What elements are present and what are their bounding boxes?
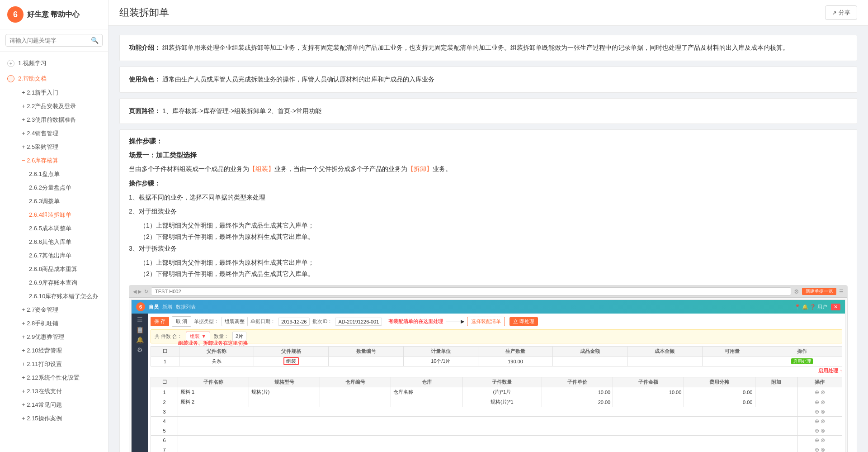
sim-pieces-label: 共 件数 合： (155, 333, 182, 340)
table-row: 6 ⊕ ⊗ (151, 436, 842, 445)
th-parent-name: 父件名称 (179, 347, 254, 357)
row-ops-icons-2[interactable]: ⊕ ⊗ (815, 399, 825, 405)
main-header: 组装拆卸单 ↗ 分享 (108, 0, 868, 26)
th-available-qty: 可用量 (702, 347, 762, 357)
sim-app-name: 自员 (149, 304, 159, 310)
sidebar-item-2-6-3[interactable]: 2.6.3调拨单 (7, 195, 108, 208)
sim-table2-container: ☐ 子件名称 规格型号 仓库编号 仓库 子件数量 子件单价 子件金额 (151, 377, 842, 452)
sim-count-label: 数量： (214, 333, 229, 340)
intro-text: 功能介绍： 组装拆卸单用来处理企业组装或拆卸等加工业务，支持有固定装配清单的产品… (129, 43, 848, 53)
sim-table2: ☐ 子件名称 规格型号 仓库编号 仓库 子件数量 子件单价 子件金额 (151, 377, 842, 452)
sim-app-section-list: 数据列表 (176, 304, 196, 310)
th-checkbox: ☐ (151, 347, 179, 357)
sidebar-item-payment[interactable]: + 2.13在线支付 (4, 385, 108, 398)
sidebar-item-ops-mgmt[interactable]: + 2.10经营管理 (4, 344, 108, 357)
sidebar-item-2-6-1[interactable]: 2.6.1盘点单 (7, 167, 108, 181)
sidebar-item-mobile[interactable]: + 2.8手机旺铺 (4, 317, 108, 330)
th2-alloc: 费用分摊 (684, 377, 755, 387)
search-box[interactable]: 🔍 (5, 34, 103, 47)
step-3-1: （1）上部明细为父件明细，最终作为原材料生成其它出库单； (129, 257, 848, 268)
search-input[interactable] (9, 37, 91, 44)
step-2: 2、对于组装业务 (129, 206, 848, 217)
search-icon[interactable]: 🔍 (91, 37, 99, 44)
step-1: 1、根据不同的业务，选择不同单据的类型来处理 (129, 192, 848, 203)
share-button[interactable]: ↗ 分享 (825, 5, 857, 20)
row-ops-icons-5[interactable]: ⊕ ⊗ (815, 428, 825, 434)
sidebar-item-2-6-9[interactable]: 2.6.9库存账本查询 (7, 276, 108, 290)
table-row: 2 原料 2 规格(片)*1 20.00 (151, 397, 842, 407)
sim-cancel-btn[interactable]: 取 消 (172, 316, 191, 327)
sidebar-item-newbie[interactable]: + 2.1新手入门 (4, 86, 108, 100)
row-ops-icons-4[interactable]: ⊕ ⊗ (815, 418, 825, 424)
sim-nav-icon-4: ⚙ (137, 346, 143, 353)
main-content: 组装拆卸单 ↗ 分享 功能介绍： 组装拆卸单用来处理企业组装或拆卸等加工业务，支… (108, 0, 868, 452)
step-2-2: （2）下部明细为子件明细，最终作为原材料生成其它出库单。 (129, 231, 848, 243)
table-row: 3 ⊕ ⊗ (151, 407, 842, 417)
nav-sub-sub-2-6: 2.6.1盘点单 2.6.2分量盘点单 2.6.3调拨单 2.6.4组装拆卸单 … (4, 167, 108, 303)
sim-settings-icon: ⚙ (794, 288, 799, 295)
sim-select-bom-btn[interactable]: 选择装配清单 (467, 317, 505, 326)
sim-type-selector-row: 共 件数 合： 组装 ▼ 数量： 2片 组装业务、拆卸业务在这里切换 (151, 329, 842, 343)
sidebar-item-docs[interactable]: − 2.帮助文档 (0, 71, 108, 86)
sim-save-btn[interactable]: 保 存 (151, 317, 169, 326)
nav-sub-items-2: + 2.1新手入门 + 2.2产品安装及登录 + 2.3使用前数据准备 + 2.… (0, 86, 108, 425)
th-ops1: 操作 (762, 347, 842, 357)
sidebar-item-2-6-5[interactable]: 2.6.5成本调整单 (7, 222, 108, 235)
sidebar-item-2-6-4[interactable]: 2.6.4组装拆卸单 (7, 208, 108, 222)
th2-child-qty: 子件数量 (462, 377, 542, 387)
sidebar-item-sales[interactable]: + 2.4销售管理 (4, 127, 108, 140)
sidebar-item-label-1: 1.视频学习 (18, 59, 47, 67)
sidebar-item-coupon[interactable]: + 2.9优惠券管理 (4, 330, 108, 344)
sidebar-item-finance[interactable]: + 2.7资金管理 (4, 303, 108, 317)
sidebar-item-faq[interactable]: + 2.14常见问题 (4, 398, 108, 412)
row-ops-icons-6[interactable]: ⊕ ⊗ (815, 437, 825, 443)
sidebar-item-install[interactable]: + 2.2产品安装及登录 (4, 100, 108, 113)
th-parent-spec: 父件规格 (254, 347, 329, 357)
row-ops-icons-7[interactable]: ⊕ ⊗ (815, 447, 825, 452)
table-row: 1 关系 组装 10个/1片 190.00 (151, 357, 842, 366)
th2-checkbox: ☐ (151, 377, 178, 387)
row-ops-icons-3[interactable]: ⊕ ⊗ (815, 409, 825, 415)
sidebar-item-2-6-6[interactable]: 2.6.6其他入库单 (7, 235, 108, 249)
sidebar-item-data-prep[interactable]: + 2.3使用前数据准备 (4, 113, 108, 127)
sim-field-date-val: 2019-12-26 (278, 318, 310, 326)
sidebar-item-purchase[interactable]: + 2.5采购管理 (4, 140, 108, 154)
sidebar-item-inventory[interactable]: − 2.6库存核算 (4, 154, 108, 167)
collapse-icon-2: − (7, 75, 14, 82)
nav-section-1: + 1.视频学习 (0, 56, 108, 71)
path-text: 页面路径： 1、库存核算->库存管理->组装拆卸单 2、首页->常用功能 (129, 106, 848, 117)
screenshot-container: ◀ ▶ ↻ TEST-H002 ⚙ 新建单据一览 ☰ 6 自员 新增 (129, 285, 848, 452)
step-3-2: （2）下部明细为子件明细，最终作为产成品生成其它入库单。 (129, 268, 848, 280)
sim-confirm-btn[interactable]: 立 即处理 (509, 317, 538, 326)
annot1-arrow: ———▶ (446, 319, 464, 324)
sim-enable-btn[interactable]: 启用处理 (791, 358, 813, 364)
sim-field-type-label: 单据类型： (194, 318, 219, 325)
th-cost-amt: 成本金额 (627, 347, 702, 357)
sim-browser-icon: ◀ ▶ (133, 289, 142, 295)
sim-close-window[interactable]: ✕ (831, 304, 840, 310)
sidebar-item-label-2: 2.帮助文档 (18, 75, 47, 83)
logo-area: 6 好生意 帮助中心 (0, 0, 108, 29)
role-card: 使用角色： 通常由生产人员或库管人员完成拆装业务的操作，库管人员确认原材料的出库… (119, 67, 857, 93)
table-row: 1 原料 1 规格(片) 仓库名称 (片)*1片 10.00 10.00 (151, 387, 842, 397)
sidebar-item-2-6-7[interactable]: 2.6.7其他出库单 (7, 249, 108, 262)
intro-card: 功能介绍： 组装拆卸单用来处理企业组装或拆卸等加工业务，支持有固定装配清单的产品… (119, 35, 857, 61)
sidebar-item-video[interactable]: + 1.视频学习 (0, 56, 108, 71)
table-row: 4 ⊕ ⊗ (151, 417, 842, 426)
sidebar-item-2-6-2[interactable]: 2.6.2分量盘点单 (7, 181, 108, 195)
th2-ops: 操作 (797, 377, 842, 387)
sim-left-icon-nav: ☰ 📋 🔔 ⚙ (132, 314, 148, 452)
sidebar-item-cases[interactable]: + 2.15操作案例 (4, 412, 108, 425)
logo-text: 好生意 帮助中心 (27, 10, 80, 19)
th-batch-no: 数量编号 (329, 347, 403, 357)
sidebar-item-2-6-10[interactable]: 2.6.10库存账本错了怎么办 (7, 290, 108, 303)
sidebar-item-personalize[interactable]: + 2.12系统个性化设置 (4, 371, 108, 385)
row-ops-icons[interactable]: ⊕ ⊗ (815, 389, 825, 395)
sidebar-item-2-6-8[interactable]: 2.6.8商品成本重算 (7, 262, 108, 276)
sidebar-item-print[interactable]: + 2.11打印设置 (4, 357, 108, 371)
sim-app-window: 6 自员 新增 数据列表 📍 🔔 ❓ 用户 ✕ ☰ (131, 300, 845, 452)
ops-steps-subtitle: 操作步骤： (129, 178, 848, 189)
share-icon: ↗ (832, 10, 837, 16)
nav-list: + 1.视频学习 − 2.帮助文档 + 2.1新手入门 + 2.2产品安装及登录… (0, 52, 108, 452)
sim-app-logo: 6 (136, 302, 145, 311)
